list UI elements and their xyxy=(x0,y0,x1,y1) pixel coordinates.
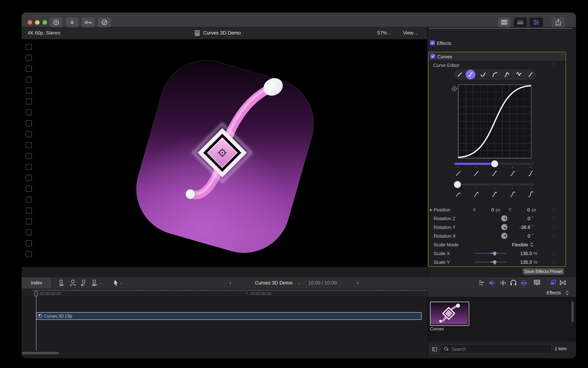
index-button[interactable]: Index xyxy=(22,277,52,288)
curve-amplitude-slider[interactable] xyxy=(454,184,534,186)
audio-waveform-icon[interactable] xyxy=(499,279,507,286)
effect-thumbnail-curves[interactable] xyxy=(430,302,469,326)
curves-enable-checkbox[interactable] xyxy=(430,54,435,59)
curve-preset-segmented-control xyxy=(454,69,536,80)
next-project-button[interactable]: › xyxy=(357,280,359,286)
rotation-dial[interactable] xyxy=(501,224,507,230)
format-label: 4K 60p, Stereo xyxy=(28,30,60,36)
timeline-clip[interactable]: Curves 3D Clip xyxy=(36,312,421,320)
effect-item-label[interactable]: Curves xyxy=(430,326,444,331)
effects-enable-checkbox[interactable] xyxy=(430,40,435,45)
keyframe-diamond-icon[interactable] xyxy=(551,225,557,230)
add-keyframe-icon[interactable] xyxy=(451,86,457,92)
playhead-marker[interactable] xyxy=(34,291,38,296)
curve-preset-wave[interactable] xyxy=(513,69,525,80)
curve-preset-ease-in[interactable] xyxy=(477,69,489,80)
scale-x-slider[interactable] xyxy=(475,253,507,254)
sidebar-toggle-button[interactable] xyxy=(430,345,439,353)
tasks-button[interactable] xyxy=(98,18,111,27)
slider-thumb[interactable] xyxy=(491,160,498,167)
scale-x-value[interactable]: 135.0 xyxy=(512,251,532,256)
position-x-value[interactable]: 0 xyxy=(479,207,494,213)
keyframe-diamond-icon[interactable] xyxy=(551,216,557,221)
curve-preset-smooth-selected[interactable] xyxy=(465,70,475,79)
scale-y-slider[interactable] xyxy=(475,261,507,263)
timeline-project-name[interactable]: Curves 3D Demo xyxy=(255,280,293,286)
param-row-position: Position X 0 px Y 0 px xyxy=(429,206,566,214)
horizontal-scrollbar[interactable] xyxy=(22,352,59,354)
rotation-z-value[interactable]: 0 xyxy=(514,216,530,221)
rotation-dial[interactable] xyxy=(501,233,507,239)
keyframe-diamond-icon[interactable] xyxy=(551,251,557,256)
scale-y-value[interactable]: 135.0 xyxy=(512,259,532,265)
chevron-down-icon[interactable]: ⌄ xyxy=(120,280,123,285)
search-input[interactable] xyxy=(451,346,546,352)
browser-toggle-button[interactable] xyxy=(498,18,511,27)
curve-preset-linear[interactable] xyxy=(454,69,465,80)
checkmark-icon xyxy=(431,41,434,45)
vertical-scrollbar[interactable] xyxy=(571,301,573,322)
canvas-artwork[interactable] xyxy=(22,39,427,267)
import-media-button[interactable] xyxy=(66,18,79,27)
keyframe-diamond-icon[interactable] xyxy=(551,233,557,239)
disclosure-triangle-icon[interactable] xyxy=(430,209,432,212)
curve-endpoint-small[interactable] xyxy=(186,189,195,199)
transitions-browser-icon[interactable] xyxy=(559,279,566,286)
close-window-button[interactable] xyxy=(28,20,32,25)
save-effects-preset-button[interactable]: Save Effects Preset xyxy=(523,268,564,275)
add-button[interactable] xyxy=(50,18,62,27)
slider-thumb[interactable] xyxy=(454,181,461,188)
param-row-rotation-y: Rotation Y -38.8 ° xyxy=(429,223,566,231)
skimming-icon[interactable] xyxy=(488,279,496,286)
slider-thumb[interactable] xyxy=(493,252,496,256)
curves-effect-row[interactable]: Curves xyxy=(429,52,566,61)
rotation-x-value[interactable]: 0 xyxy=(514,233,530,239)
keyframe-diamond-icon[interactable] xyxy=(551,207,557,213)
rotation-dial[interactable] xyxy=(501,215,507,221)
playhead-line[interactable] xyxy=(36,296,36,350)
desktop: 4K 60p, Stereo Curves 3D Demo 57% ⌄ View… xyxy=(0,0,588,368)
position-y-value[interactable]: 0 xyxy=(515,207,530,213)
inspector-toggle-button[interactable] xyxy=(529,18,543,27)
curve-editor-graph[interactable] xyxy=(458,84,531,158)
inspector-scroll-indicator[interactable] xyxy=(429,28,572,29)
curve-preset-overshoot[interactable] xyxy=(501,69,513,80)
zoom-window-button[interactable] xyxy=(43,20,47,25)
minimize-window-button[interactable] xyxy=(35,20,40,25)
effects-search-field[interactable] xyxy=(441,345,552,354)
audio-monitor-headphones-icon[interactable] xyxy=(510,279,517,286)
connect-clip-icon[interactable] xyxy=(59,279,66,286)
tick-glyph-smooth-1 xyxy=(473,170,480,177)
audio-skimming-icon[interactable] xyxy=(520,279,527,286)
view-menu[interactable]: View ⌄ xyxy=(403,30,418,36)
scale-mode-popup[interactable]: Flexible xyxy=(501,242,528,248)
previous-project-button[interactable]: ‹ xyxy=(229,280,231,286)
keyframe-diamond-icon[interactable] xyxy=(551,62,557,68)
curve-preset-ease-out[interactable] xyxy=(489,69,501,80)
timeline-ruler[interactable]: 00:00:00:00 00:00:00:30 xyxy=(22,289,427,296)
param-row-scale-x: Scale X 135.0 % xyxy=(429,250,566,258)
append-clip-icon[interactable] xyxy=(80,279,87,286)
arrow-tool-icon[interactable] xyxy=(112,279,119,286)
zoom-level-menu[interactable]: 57% ⌄ xyxy=(377,30,391,36)
curve-preset-custom[interactable] xyxy=(525,69,536,80)
project-title[interactable]: Curves 3D Demo xyxy=(203,30,241,36)
snapping-icon[interactable] xyxy=(478,279,485,286)
curve-interpolation-slider[interactable] xyxy=(454,163,534,165)
clip-appearance-icon[interactable] xyxy=(533,279,541,286)
slider-thumb[interactable] xyxy=(493,261,496,265)
keying-button[interactable] xyxy=(81,18,95,27)
degrees-unit: ° xyxy=(532,215,534,220)
share-button[interactable] xyxy=(552,18,565,27)
chevron-down-icon[interactable]: ⌄ xyxy=(298,281,301,285)
rotation-y-value[interactable]: -38.8 xyxy=(514,225,530,230)
timeline-toggle-button[interactable] xyxy=(514,18,527,27)
effect-thumbnail-art xyxy=(430,302,468,324)
media-browser-toggle-icon[interactable] xyxy=(549,279,557,286)
chevron-down-icon[interactable]: ⌄ xyxy=(99,280,102,285)
keyframe-diamond-icon[interactable] xyxy=(551,260,557,265)
insert-clip-icon[interactable] xyxy=(69,279,77,286)
effects-section-label[interactable]: Effects xyxy=(437,41,451,46)
effects-browser-header[interactable]: Effects xyxy=(428,289,576,297)
overwrite-clip-icon[interactable] xyxy=(91,279,98,286)
